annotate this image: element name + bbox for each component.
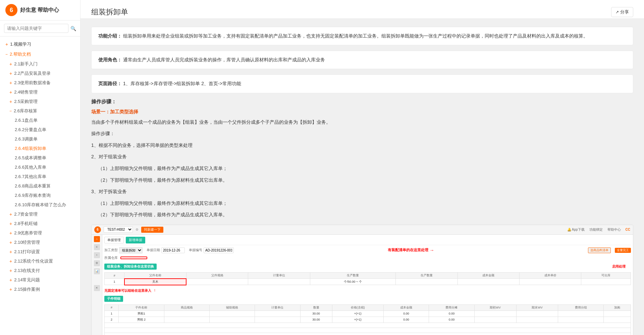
mock-annotation-1: 有装配清单的在这里处理 [388, 247, 428, 253]
nav-tree: + 1.视频学习 − 2.帮助文档 + 2.1新手入门 + 2.2产品安装及登录… [0, 37, 80, 335]
sidebar-item-data[interactable]: + 2.3使用前数据准备 [9, 78, 80, 88]
sidebar-item-custom[interactable]: + 2.12系统个性化设置 [9, 257, 80, 266]
sidebar-item-inv-query[interactable]: 2.6.9库存账本查询 [15, 191, 80, 200]
mock-close-icon: ✕ [94, 285, 100, 291]
main-content: 组装拆卸单 ↗ 分享 功能介绍： 组装拆卸单用来处理企业组装或拆卸等加工业务，支… [80, 0, 644, 335]
mock-lower-row-3 [105, 323, 631, 328]
mock-settings-icon: ⚙ [94, 260, 100, 266]
feature-intro-text: 功能介绍： 组装拆卸单用来处理企业组装或拆卸等加工业务，支持有固定装配清单的产品… [98, 32, 626, 40]
step2-2: （2）下部明细为子件明细，最终作为原材料生成其它出库单。 [98, 176, 633, 185]
sidebar-item-docs[interactable]: − 2.帮助文档 [0, 49, 80, 59]
mock-toolbar: 单据管理 新增单据 [104, 237, 631, 245]
mock-lower-row-2: 2 男鞋 2 30.00 +(+1) 0.00 0.00 [105, 317, 631, 323]
collapse-icon: − [5, 52, 8, 57]
share-button[interactable]: ↗ 分享 [611, 7, 633, 17]
share-icon: ↗ [615, 10, 619, 14]
sidebar-item-finance[interactable]: + 2.7资金管理 [9, 210, 80, 219]
step3-2: （2）下部明细为子件明细，最终作为产成品生成其它入库单。 [98, 210, 633, 219]
path-text: 页面路径： 1、库存核算->库存管理->组装拆卸单 2、首页->常用功能 [98, 79, 626, 88]
search-input[interactable] [4, 24, 68, 33]
sidebar-item-goods-cost[interactable]: 2.6.8商品成本重算 [15, 181, 80, 191]
mock-lower-row-5 [105, 333, 631, 335]
main-header: 组装拆卸单 ↗ 分享 [80, 0, 644, 19]
mock-warehouse-input[interactable] [120, 257, 147, 259]
mock-lower-section-label: 子件明细 [104, 296, 123, 302]
mock-lower-row-1: 1 男鞋1 30.00 +(+1) 0.00 0.00 [105, 311, 631, 317]
sidebar-item-inv-adj[interactable]: 2.6.3调拨单 [15, 134, 80, 144]
sidebar-item-payment[interactable]: + 2.13在线支付 [9, 266, 80, 275]
mock-upper-table: # 父件名称 父件规格 计量单位 生产数量 生产数量 成本金额 成本单价 可出库 [104, 272, 631, 285]
app-title: 好生意 帮助中心 [20, 7, 59, 14]
sidebar-item-other-out[interactable]: 2.6.7其他出库单 [15, 172, 80, 181]
search-bar: 🔍 [0, 20, 80, 37]
mock-mini-sidebar: ⌂ ≡ + ⚙ 📊 ✕ [92, 235, 102, 335]
mock-confirm-btn[interactable]: 全量完工 [615, 248, 631, 253]
mock-tab-list[interactable]: 单据管理 [104, 237, 124, 243]
step2: 2、对于组装业务 [91, 152, 633, 161]
sidebar-item-print[interactable]: + 2.11打印设置 [9, 247, 80, 257]
sidebar-item-assembly[interactable]: 2.6.4组装拆卸单 [15, 144, 80, 153]
mock-content-area: ⌂ ≡ + ⚙ 📊 ✕ 单据管理 新增单据 [92, 235, 633, 335]
mock-company-select[interactable]: TEST-H002 [104, 226, 133, 233]
sidebar-item-newbie[interactable]: + 2.1新手入门 [9, 59, 80, 69]
mock-list-icon: ≡ [94, 244, 100, 250]
sidebar-item-mobile[interactable]: + 2.8手机旺铺 [9, 219, 80, 228]
steps-heading: 操作步骤： [91, 99, 633, 105]
step2-1: （1）上部明细为父件明细，最终作为产成品生成其它入库单； [98, 164, 633, 173]
mock-date-input[interactable] [161, 247, 185, 253]
mock-type-select[interactable]: 组装拆卸 [119, 247, 143, 254]
sidebar-item-video[interactable]: + 1.视频学习 [0, 39, 80, 49]
share-label: 分享 [620, 9, 629, 15]
mock-add-icon: + [94, 252, 100, 258]
screenshot-container: 6 TEST-H002 ⚙ 同新建一下 🔔 App下载 功能绑定 帮助中心 CC [91, 225, 633, 335]
sidebar: 6 好生意 帮助中心 🔍 + 1.视频学习 − 2.帮助文档 + 2.1新手入门… [0, 0, 80, 335]
sidebar-item-purchase[interactable]: + 2.5采购管理 [9, 97, 80, 106]
sidebar-item-inventory[interactable]: − 2.6库存核算 [9, 106, 80, 116]
steps-label: 操作步骤： [91, 129, 633, 138]
sidebar-item-coupon[interactable]: + 2.9优惠券管理 [9, 228, 80, 238]
scene-one-label: 场景一：加工类型选择 [91, 109, 633, 115]
mock-chart-icon: 📊 [94, 268, 100, 274]
mock-upper-section-label: 组装业务、拆卸业务在这里切换 [104, 264, 157, 270]
mock-select-area: 选商品料清单 [588, 247, 611, 253]
docs-submenu: + 2.1新手入门 + 2.2产品安装及登录 + 2.3使用前数据准备 + 2.… [0, 59, 80, 294]
page-title: 组装拆卸单 [91, 7, 128, 17]
role-box: 使用角色： 通常由生产人员或库管人员完成拆装业务的操作，库管人员确认原材料的出库… [91, 51, 633, 69]
mock-section-row: 组装业务、拆卸业务在这里切换 启用处理 [104, 262, 631, 271]
mock-annotation-5: 无固定清单可以组给在这里录入 [104, 289, 151, 292]
sidebar-item-faq[interactable]: + 2.14常见问题 [9, 275, 80, 285]
sidebar-item-ops[interactable]: + 2.10经营管理 [9, 238, 80, 247]
mock-date-field: 单据日期 [147, 247, 185, 253]
mock-lower-row-4 [105, 328, 631, 333]
sidebar-item-install[interactable]: + 2.2产品安装及登录 [9, 69, 80, 78]
expand-icon: + [5, 42, 8, 47]
sidebar-item-cost-adj[interactable]: 2.6.5成本调整单 [15, 153, 80, 163]
mock-annotation-4: 启用处理 [612, 264, 626, 269]
sidebar-item-inv-check[interactable]: 2.6.1盘点单 [15, 116, 80, 125]
sidebar-item-sales[interactable]: + 2.4销售管理 [9, 88, 80, 97]
mock-bill-input[interactable] [204, 247, 234, 253]
mock-lower-table: # 子件名称 商品规格 辅助规格 计量单位 数量 价格(含税) 成本金额 费用分… [104, 304, 631, 335]
mock-home-icon: ⌂ [94, 236, 100, 242]
step3-1: （1）上部明细为父件明细，最终作为原材料生成其它出库单； [98, 199, 633, 208]
inventory-submenu: 2.6.1盘点单 2.6.2分量盘点单 2.6.3调拨单 2.6.4组装拆卸单 … [9, 116, 80, 210]
sidebar-item-label: 1.视频学习 [10, 41, 31, 47]
mock-form-area: 单据管理 新增单据 加工类型 组装拆卸 [102, 235, 633, 335]
mock-topbar: 6 TEST-H002 ⚙ 同新建一下 🔔 App下载 功能绑定 帮助中心 CC [92, 225, 633, 235]
sidebar-item-inv-split[interactable]: 2.6.2分量盘点单 [15, 125, 80, 134]
mock-tab-new[interactable]: 新增单据 [126, 237, 145, 243]
sidebar-item-label: 2.帮助文档 [10, 51, 31, 57]
mock-select-list-btn[interactable]: 选商品料清单 [588, 247, 611, 253]
path-box: 页面路径： 1、库存核算->库存管理->组装拆卸单 2、首页->常用功能 [91, 74, 633, 93]
sidebar-item-inv-wrong[interactable]: 2.6.10库存账本错了怎么办 [15, 200, 80, 210]
mock-screenshot: 6 TEST-H002 ⚙ 同新建一下 🔔 App下载 功能绑定 帮助中心 CC [92, 225, 633, 335]
sidebar-item-other-in[interactable]: 2.6.6其他入库单 [15, 163, 80, 172]
mock-new-btn[interactable]: 同新建一下 [141, 227, 163, 233]
mock-upper-row-1: 1 关木 个/50.00 ~ 个 [105, 279, 631, 285]
step1: 1、根据不同的业务，选择不同单据的类型来处理 [91, 141, 633, 150]
mock-bill-field: 单据编号 [189, 247, 234, 253]
mock-type-field: 加工类型 组装拆卸 [104, 247, 143, 254]
sidebar-item-cases[interactable]: + 2.15操作案例 [9, 285, 80, 294]
sidebar-header: 6 好生意 帮助中心 [0, 0, 80, 20]
search-button[interactable]: 🔍 [70, 26, 76, 31]
